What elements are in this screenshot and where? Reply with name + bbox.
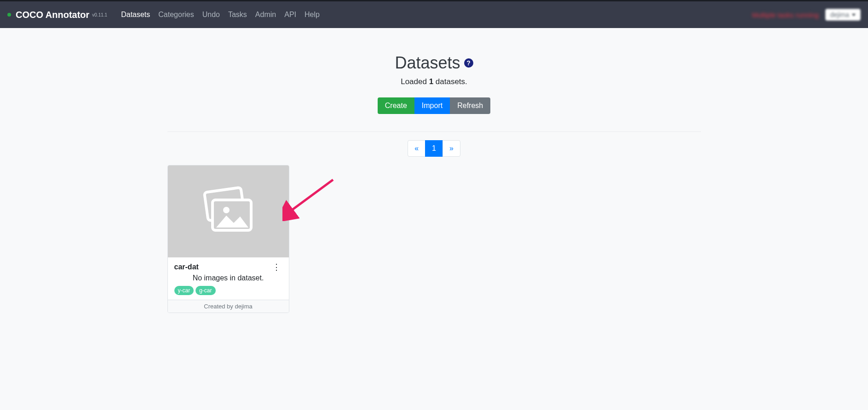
svg-point-2: [223, 207, 230, 213]
divider: [167, 131, 701, 132]
dataset-thumbnail[interactable]: [168, 165, 289, 257]
pagination: « 1 »: [167, 140, 701, 157]
tag-badge[interactable]: y-car: [174, 286, 194, 295]
import-button[interactable]: Import: [414, 97, 450, 114]
dataset-footer: Created by dejima: [168, 300, 289, 313]
tasks-warning[interactable]: Multiple tasks running: [752, 11, 819, 19]
page-title: Datasets ?: [395, 53, 473, 73]
action-buttons: Create Import Refresh: [167, 97, 701, 114]
page-1[interactable]: 1: [425, 140, 443, 157]
image-placeholder-icon: [201, 186, 256, 237]
caret-down-icon: [852, 14, 856, 16]
loaded-summary: Loaded 1 datasets.: [167, 77, 701, 86]
navbar: COCO Annotator v0.11.1 Datasets Categori…: [0, 1, 868, 28]
dataset-cards: car-dat ⋮ No images in dataset. y-car g-…: [167, 165, 701, 313]
dataset-more-menu[interactable]: ⋮: [270, 263, 282, 271]
user-menu-button[interactable]: dejima: [825, 9, 861, 21]
nav-tasks[interactable]: Tasks: [228, 7, 247, 23]
nav-categories[interactable]: Categories: [158, 7, 194, 23]
nav-help[interactable]: Help: [305, 7, 320, 23]
app-brand: COCO Annotator: [16, 10, 89, 20]
nav-links: Datasets Categories Undo Tasks Admin API…: [121, 7, 320, 23]
dataset-tags: y-car g-car: [174, 286, 282, 295]
user-name: dejima: [830, 11, 849, 18]
nav-undo[interactable]: Undo: [202, 7, 220, 23]
status-indicator: [7, 13, 11, 17]
nav-datasets[interactable]: Datasets: [121, 7, 150, 23]
page-next[interactable]: »: [443, 140, 460, 157]
dataset-card: car-dat ⋮ No images in dataset. y-car g-…: [167, 165, 289, 313]
refresh-button[interactable]: Refresh: [450, 97, 490, 114]
help-icon[interactable]: ?: [464, 58, 473, 68]
tag-badge[interactable]: g-car: [195, 286, 215, 295]
nav-admin[interactable]: Admin: [255, 7, 276, 23]
dataset-name: car-dat: [174, 263, 199, 271]
nav-api[interactable]: API: [284, 7, 296, 23]
page-prev[interactable]: «: [408, 140, 425, 157]
create-button[interactable]: Create: [378, 97, 414, 114]
app-version: v0.11.1: [92, 12, 107, 17]
dataset-subtitle: No images in dataset.: [174, 274, 282, 282]
